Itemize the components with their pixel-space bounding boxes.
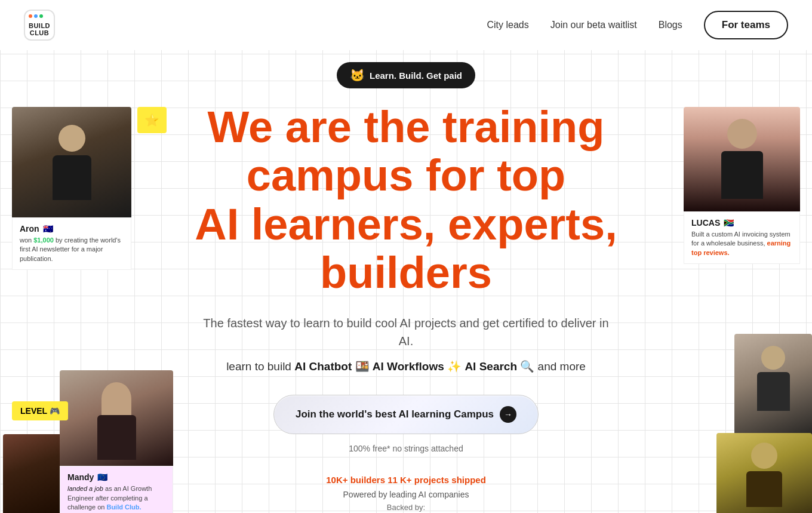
- card-diya: Diya: [3, 434, 63, 513]
- star-badge: ⭐: [137, 107, 167, 133]
- lucas-desc: Built a custom AI invoicing system for a…: [691, 230, 792, 257]
- lucas-info: LUCAS 🇿🇦 Built a custom AI invoicing sys…: [684, 211, 800, 264]
- nav-for-teams-button[interactable]: For teams: [704, 11, 788, 39]
- hero-features: learn to build AI Chatbot 🍱 AI Workflows…: [226, 360, 586, 373]
- lucas-name: LUCAS 🇿🇦: [691, 218, 792, 228]
- cta-join-button[interactable]: Join the world's best AI learning Campus…: [273, 395, 539, 434]
- nav-links: City leads Join our beta waitlist Blogs …: [487, 11, 789, 39]
- card-lucas: LUCAS 🇿🇦 Built a custom AI invoicing sys…: [684, 107, 800, 264]
- hero-subtitle: The fastest way to learn to build cool A…: [203, 314, 609, 350]
- learn-badge-text: Learn. Build. Get paid: [370, 70, 462, 81]
- cta-arrow-icon: →: [500, 406, 516, 423]
- mandy-desc: landed a job as an AI Growth Engineer af…: [67, 484, 165, 512]
- free-text: 100% free* no strings attached: [349, 444, 463, 453]
- logo-icon: BUILDCLUB: [24, 10, 55, 41]
- aron-desc: won $1,000 by creating the world's first…: [20, 236, 124, 263]
- card-james: James 🇩🇪: [716, 433, 812, 513]
- hero-title-line2: AI learners, experts, builders: [195, 199, 617, 297]
- stats-text: 10K+ builders 11 K+ projects shipped: [326, 475, 486, 485]
- powered-text: Powered by leading AI companies: [343, 490, 469, 499]
- nav-blogs[interactable]: Blogs: [659, 20, 682, 30]
- navigation: BUILDCLUB City leads Join our beta waitl…: [0, 0, 812, 50]
- james-photo: [716, 433, 812, 513]
- nav-city-leads[interactable]: City leads: [487, 20, 529, 30]
- mandy-info: Mandy 🇪🇺 landed a job as an AI Growth En…: [60, 466, 173, 513]
- michael-photo: [734, 334, 812, 444]
- hero-section: Aron 🇦🇺 won $1,000 by creating the world…: [0, 50, 812, 513]
- mandy-name: Mandy 🇪🇺: [67, 472, 165, 482]
- card-aron: Aron 🇦🇺 won $1,000 by creating the world…: [12, 107, 131, 270]
- card-mandy: Mandy 🇪🇺 landed a job as an AI Growth En…: [60, 370, 173, 513]
- lucas-photo: [684, 107, 800, 211]
- learn-badge: Learn. Build. Get paid: [337, 62, 475, 88]
- aron-info: Aron 🇦🇺 won $1,000 by creating the world…: [12, 217, 131, 270]
- level-badge: LEVEL 🎮: [12, 401, 68, 420]
- hero-title: We are the training campus for top AI le…: [137, 103, 675, 297]
- nav-beta-waitlist[interactable]: Join our beta waitlist: [550, 20, 637, 30]
- cta-label: Join the world's best AI learning Campus: [296, 408, 494, 420]
- diya-photo: [3, 434, 63, 513]
- backed-text: Backed by:: [387, 503, 425, 512]
- hero-title-line1: We are the training campus for top: [208, 102, 605, 200]
- logo[interactable]: BUILDCLUB: [24, 10, 55, 41]
- aron-name: Aron 🇦🇺: [20, 224, 124, 234]
- aron-photo: [12, 107, 131, 217]
- mandy-photo: [60, 370, 173, 466]
